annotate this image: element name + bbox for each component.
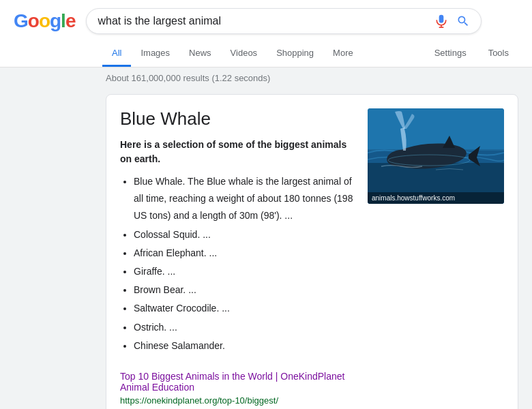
list-item: Saltwater Crocodile. ...	[134, 300, 357, 317]
nav-tabs: All Images News Videos Shopping More Set…	[102, 41, 518, 67]
tab-more[interactable]: More	[323, 41, 363, 67]
answer-list: Blue Whale. The Blue whale is the larges…	[120, 173, 357, 354]
google-logo: Google	[14, 10, 75, 32]
page-header: Google what is the largest animal	[0, 0, 532, 67]
tab-images[interactable]: Images	[131, 41, 179, 67]
search-submit-icon[interactable]	[456, 14, 470, 28]
nav-right: Settings Tools	[425, 41, 518, 67]
answer-card: Blue Whale Here is a selection of some o…	[106, 94, 518, 409]
tab-videos[interactable]: Videos	[221, 41, 267, 67]
results-count: About 161,000,000 results (1.22 seconds)	[106, 73, 270, 83]
answer-link: Top 10 Biggest Animals in the World | On…	[120, 364, 357, 406]
microphone-icon[interactable]	[434, 14, 448, 28]
search-icons	[434, 14, 470, 28]
list-item: Colossal Squid. ...	[134, 226, 357, 243]
list-item: Ostrich. ...	[134, 319, 357, 336]
tab-settings[interactable]: Settings	[425, 41, 476, 67]
answer-link-text[interactable]: Top 10 Biggest Animals in the World | On…	[120, 371, 344, 393]
results-info: About 161,000,000 results (1.22 seconds)	[0, 67, 532, 89]
tab-news[interactable]: News	[179, 41, 221, 67]
list-item: Brown Bear. ...	[134, 282, 357, 299]
answer-url: https://onekindplanet.org/top-10/biggest…	[120, 395, 357, 406]
tab-all[interactable]: All	[102, 41, 131, 67]
search-bar: what is the largest animal	[86, 8, 482, 34]
header-top: Google what is the largest animal	[14, 8, 518, 34]
list-item: Chinese Salamander.	[134, 337, 357, 354]
answer-intro: Here is a selection of some of the bigge…	[120, 138, 357, 166]
tab-shopping[interactable]: Shopping	[267, 41, 323, 67]
list-item: African Elephant. ...	[134, 245, 357, 262]
search-input[interactable]: what is the largest animal	[98, 15, 434, 27]
answer-image: animals.howstuffworks.com	[368, 108, 504, 204]
list-item: Giraffe. ...	[134, 263, 357, 280]
answer-title: Blue Whale	[120, 108, 357, 130]
main-content: Blue Whale Here is a selection of some o…	[0, 89, 532, 409]
image-caption: animals.howstuffworks.com	[368, 192, 504, 204]
list-item: Blue Whale. The Blue whale is the larges…	[134, 173, 357, 225]
tab-tools[interactable]: Tools	[479, 41, 518, 67]
answer-text: Blue Whale Here is a selection of some o…	[120, 108, 357, 406]
